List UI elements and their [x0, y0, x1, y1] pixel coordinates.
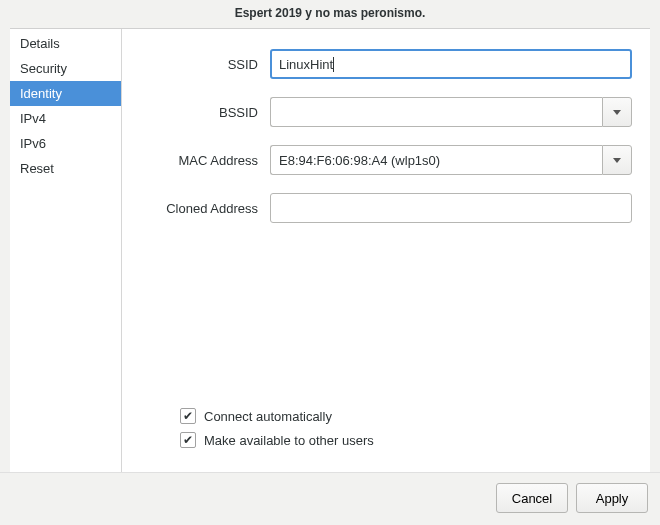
- mac-dropdown-button[interactable]: [602, 145, 632, 175]
- cancel-button[interactable]: Cancel: [496, 483, 568, 513]
- sidebar-item-label: Security: [20, 61, 67, 76]
- text-cursor: [333, 57, 334, 72]
- sidebar: Details Security Identity IPv4 IPv6 Rese…: [10, 29, 122, 472]
- sidebar-item-details[interactable]: Details: [10, 31, 121, 56]
- bssid-combo[interactable]: [270, 97, 632, 127]
- mac-value: E8:94:F6:06:98:A4 (wlp1s0): [279, 153, 440, 168]
- check-share[interactable]: ✔ Make available to other users: [180, 432, 632, 448]
- label-bssid: BSSID: [122, 105, 270, 120]
- check-label: Connect automatically: [204, 409, 332, 424]
- row-mac: MAC Address E8:94:F6:06:98:A4 (wlp1s0): [122, 145, 632, 175]
- main-panel: SSID LinuxHint BSSID MAC Address: [122, 29, 650, 472]
- check-connect-auto[interactable]: ✔ Connect automatically: [180, 408, 632, 424]
- row-bssid: BSSID: [122, 97, 632, 127]
- sidebar-item-ipv4[interactable]: IPv4: [10, 106, 121, 131]
- sidebar-item-ipv6[interactable]: IPv6: [10, 131, 121, 156]
- chevron-down-icon: [613, 110, 621, 115]
- ssid-value: LinuxHint: [279, 57, 333, 72]
- sidebar-item-label: Details: [20, 36, 60, 51]
- checkbox-share[interactable]: ✔: [180, 432, 196, 448]
- label-cloned: Cloned Address: [122, 201, 270, 216]
- checkmark-icon: ✔: [183, 434, 193, 446]
- sidebar-item-label: IPv6: [20, 136, 46, 151]
- row-cloned: Cloned Address: [122, 193, 632, 223]
- check-label: Make available to other users: [204, 433, 374, 448]
- mac-entry[interactable]: E8:94:F6:06:98:A4 (wlp1s0): [270, 145, 602, 175]
- sidebar-item-label: IPv4: [20, 111, 46, 126]
- footer: Cancel Apply: [0, 472, 660, 525]
- content-area: Details Security Identity IPv4 IPv6 Rese…: [10, 28, 650, 472]
- sidebar-item-security[interactable]: Security: [10, 56, 121, 81]
- bssid-entry[interactable]: [270, 97, 602, 127]
- sidebar-item-label: Reset: [20, 161, 54, 176]
- checkbox-connect-auto[interactable]: ✔: [180, 408, 196, 424]
- cloned-input[interactable]: [270, 193, 632, 223]
- window-title: Espert 2019 y no mas peronismo.: [0, 0, 660, 28]
- checkmark-icon: ✔: [183, 410, 193, 422]
- sidebar-item-label: Identity: [20, 86, 62, 101]
- settings-window: Espert 2019 y no mas peronismo. Details …: [0, 0, 660, 525]
- mac-combo[interactable]: E8:94:F6:06:98:A4 (wlp1s0): [270, 145, 632, 175]
- check-group: ✔ Connect automatically ✔ Make available…: [122, 408, 632, 456]
- sidebar-item-reset[interactable]: Reset: [10, 156, 121, 181]
- label-mac: MAC Address: [122, 153, 270, 168]
- bssid-dropdown-button[interactable]: [602, 97, 632, 127]
- row-ssid: SSID LinuxHint: [122, 49, 632, 79]
- spacer: [122, 241, 632, 408]
- chevron-down-icon: [613, 158, 621, 163]
- sidebar-item-identity[interactable]: Identity: [10, 81, 121, 106]
- apply-button[interactable]: Apply: [576, 483, 648, 513]
- label-ssid: SSID: [122, 57, 270, 72]
- ssid-input[interactable]: LinuxHint: [270, 49, 632, 79]
